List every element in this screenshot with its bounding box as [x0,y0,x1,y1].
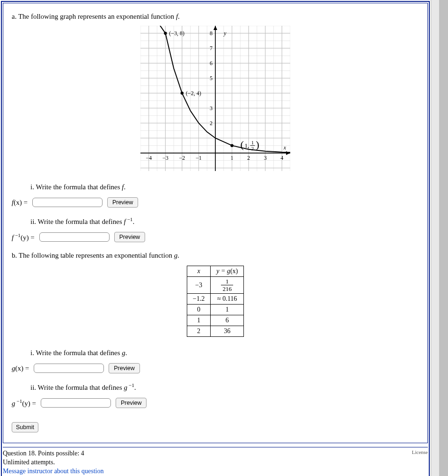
svg-point-80 [230,144,233,147]
svg-text:−4: −4 [146,155,152,161]
svg-point-78 [164,32,167,35]
svg-text:5: 5 [210,75,213,82]
graph-figure: −4−3−2−11234235678xy(−3, 8)(−2, 4)(1,12) [12,26,419,173]
svg-text:2: 2 [210,120,213,126]
part-a-intro: a. The following graph represents an exp… [12,11,419,22]
svg-text:1,: 1, [245,142,250,149]
svg-text:7: 7 [210,45,213,52]
svg-text:3: 3 [210,105,213,112]
svg-text:1: 1 [251,140,254,145]
preview-button-finv[interactable]: Preview [114,232,145,242]
part-b-ii-prompt: ii. Write the formula that defines g −1. [30,381,419,393]
part-a-i-prompt: i. Write the formula that defines f. [30,181,419,193]
svg-text:8: 8 [210,30,213,37]
svg-text:): ) [256,139,259,150]
preview-button-ginv[interactable]: Preview [116,398,147,408]
svg-text:−2: −2 [179,155,185,161]
finv-input[interactable] [39,232,110,242]
svg-marker-60 [286,151,290,155]
question-info: Question 18. Points possible: 4 [3,449,103,458]
ginv-input[interactable] [41,398,111,408]
preview-button-gx[interactable]: Preview [109,363,140,373]
svg-text:1: 1 [231,155,234,161]
gx-label: g(x) = [12,364,29,372]
svg-text:x: x [283,144,286,151]
part-b-intro: b. The following table represents an exp… [12,250,419,261]
message-instructor-link[interactable]: Message instructor about this question [3,467,103,476]
svg-text:−3: −3 [162,155,169,161]
fx-input[interactable] [32,198,103,207]
license-link[interactable]: License [412,449,428,455]
svg-point-79 [181,92,184,95]
ginv-label: g −1(y) = [12,398,36,408]
svg-text:6: 6 [210,60,213,67]
svg-text:y: y [223,30,227,37]
svg-text:2: 2 [247,155,250,161]
part-a-ii-prompt: ii. Write the formula that defines f −1. [30,215,419,227]
submit-button[interactable]: Submit [12,422,38,432]
fx-label: f(x) = [12,199,28,207]
part-b-i-prompt: i. Write the formula that defines g. [30,347,419,358]
svg-text:(−3, 8): (−3, 8) [169,30,184,37]
svg-text:4: 4 [280,155,283,161]
svg-text:(: ( [241,139,244,150]
svg-text:2: 2 [251,146,254,151]
preview-button-fx[interactable]: Preview [107,197,138,208]
svg-text:3: 3 [264,155,267,161]
svg-marker-61 [213,26,217,30]
function-table: x y = g(x) −3 1216 −1.2≈ 0.116 01 16 236 [187,266,244,337]
attempts-info: Unlimited attempts. [3,458,103,467]
page-scrollbar[interactable] [431,0,439,476]
svg-text:−1: −1 [196,155,202,161]
svg-text:(−2, 4): (−2, 4) [186,90,201,97]
gx-input[interactable] [34,364,104,373]
finv-label: f −1(y) = [12,232,35,242]
